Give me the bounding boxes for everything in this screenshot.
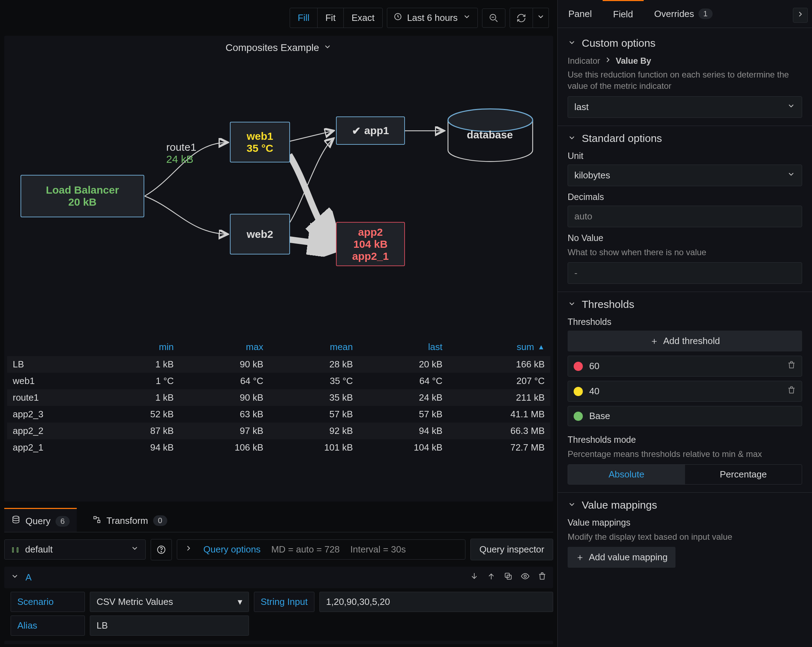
query-row-header[interactable]: A bbox=[4, 567, 553, 588]
query-options[interactable]: Query options MD = auto = 728 Interval =… bbox=[177, 539, 466, 560]
tab-transform[interactable]: Transform 0 bbox=[85, 508, 174, 532]
threshold-color-dot[interactable] bbox=[574, 387, 583, 396]
time-range-picker[interactable]: Last 6 hours bbox=[387, 8, 478, 28]
transform-count-badge: 0 bbox=[153, 515, 167, 526]
node-app2[interactable]: app2 104 kB app2_1 bbox=[336, 222, 405, 266]
node-value: 20 kB bbox=[68, 196, 96, 208]
thresholds-label: Thresholds bbox=[568, 317, 802, 327]
query-inspector-button[interactable]: Query inspector bbox=[470, 539, 553, 560]
threshold-delete[interactable] bbox=[787, 385, 796, 397]
section-thresholds[interactable]: Thresholds bbox=[568, 298, 802, 310]
node-web2[interactable]: web2 bbox=[230, 214, 290, 254]
help-icon bbox=[156, 545, 166, 555]
col-sum[interactable]: sum▲ bbox=[448, 338, 550, 356]
copy-icon[interactable] bbox=[504, 572, 513, 583]
node-web1[interactable]: web1 35 °C bbox=[230, 122, 290, 162]
tab-field[interactable]: Field bbox=[603, 0, 644, 28]
query-interval: Interval = 30s bbox=[351, 544, 406, 555]
section-standard-options[interactable]: Standard options bbox=[568, 132, 802, 144]
view-mode-fit[interactable]: Fit bbox=[317, 8, 343, 28]
node-database-label[interactable]: database bbox=[467, 129, 513, 141]
col-last[interactable]: last bbox=[359, 338, 448, 356]
edge-label-route1: route1 24 kB bbox=[166, 141, 196, 165]
section-title: Value mappings bbox=[582, 499, 657, 511]
mode-percentage[interactable]: Percentage bbox=[685, 465, 802, 484]
threshold-row[interactable]: Base bbox=[568, 406, 802, 426]
section-title: Standard options bbox=[582, 132, 662, 144]
col-min[interactable]: min bbox=[101, 338, 179, 356]
view-mode-fill[interactable]: Fill bbox=[290, 8, 317, 28]
check-icon: ✔ bbox=[352, 125, 361, 137]
thresholds-mode-toggle[interactable]: Absolute Percentage bbox=[568, 464, 802, 485]
unit-value: kilobytes bbox=[574, 170, 610, 181]
overrides-count-badge: 1 bbox=[699, 9, 713, 19]
threshold-value[interactable]: 40 bbox=[589, 386, 600, 397]
threshold-delete[interactable] bbox=[787, 360, 796, 372]
caret-down-icon: ▾ bbox=[238, 597, 242, 607]
query-row-letter: A bbox=[26, 572, 32, 583]
novalue-input[interactable]: - bbox=[568, 262, 802, 284]
node-label: app2 bbox=[358, 226, 383, 238]
sort-asc-icon: ▲ bbox=[537, 343, 545, 351]
chevron-down-icon bbox=[568, 298, 576, 310]
unit-select[interactable]: kilobytes bbox=[568, 165, 802, 186]
table-row[interactable]: web11 °C64 °C35 °C64 °C207 °C bbox=[7, 373, 550, 389]
table-row[interactable]: route11 kB90 kB35 kB24 kB211 kB bbox=[7, 389, 550, 406]
panel-title[interactable]: Composites Example bbox=[7, 38, 550, 60]
alias-input[interactable]: LB bbox=[90, 615, 249, 636]
refresh-button[interactable] bbox=[510, 8, 533, 28]
col-max[interactable]: max bbox=[179, 338, 269, 356]
node-app1[interactable]: ✔ app1 bbox=[336, 116, 405, 145]
threshold-value[interactable]: Base bbox=[589, 411, 610, 422]
view-mode-exact[interactable]: Exact bbox=[343, 8, 382, 28]
value-by-select[interactable]: last bbox=[568, 96, 802, 118]
trash-icon[interactable] bbox=[537, 572, 547, 583]
threshold-row[interactable]: 60 bbox=[568, 356, 802, 376]
table-row[interactable]: app2_194 kB106 kB101 kB104 kB72.7 MB bbox=[7, 439, 550, 456]
table-row[interactable]: LB1 kB90 kB28 kB20 kB166 kB bbox=[7, 356, 550, 373]
add-threshold-button[interactable]: ＋ Add threshold bbox=[568, 330, 802, 352]
node-load-balancer[interactable]: Load Balancer 20 kB bbox=[20, 175, 144, 217]
help-button[interactable] bbox=[151, 539, 172, 560]
arrow-down-icon[interactable] bbox=[470, 572, 479, 583]
datasource-select[interactable]: ⫾⫾ default bbox=[4, 539, 146, 560]
eye-icon[interactable] bbox=[520, 572, 530, 583]
section-custom-options[interactable]: Custom options bbox=[568, 37, 802, 49]
zoom-out-button[interactable] bbox=[482, 9, 505, 28]
query-options-label: Query options bbox=[203, 544, 261, 555]
node-label: Load Balancer bbox=[46, 184, 119, 196]
tab-panel[interactable]: Panel bbox=[558, 1, 603, 27]
section-value-mappings[interactable]: Value mappings bbox=[568, 499, 802, 511]
view-mode-group[interactable]: Fill Fit Exact bbox=[290, 8, 383, 28]
arrow-up-icon[interactable] bbox=[487, 572, 496, 583]
table-row[interactable]: app2_287 kB97 kB92 kB94 kB66.3 MB bbox=[7, 422, 550, 439]
refresh-menu-button[interactable] bbox=[533, 8, 549, 28]
threshold-color-dot[interactable] bbox=[574, 362, 583, 371]
threshold-color-dot[interactable] bbox=[574, 411, 583, 421]
chevron-down-icon bbox=[11, 572, 19, 583]
side-tabs: Panel Field Overrides 1 bbox=[558, 0, 812, 28]
table-row[interactable]: app2_352 kB63 kB57 kB57 kB41.1 MB bbox=[7, 406, 550, 422]
database-icon bbox=[11, 515, 20, 527]
col-name[interactable] bbox=[7, 338, 101, 356]
chevron-down-icon bbox=[787, 102, 795, 113]
chevron-right-icon bbox=[796, 10, 804, 21]
tab-query[interactable]: Query 6 bbox=[4, 508, 77, 532]
add-value-mapping-button[interactable]: ＋ Add value mapping bbox=[568, 547, 676, 568]
col-mean[interactable]: mean bbox=[269, 338, 358, 356]
time-range-label: Last 6 hours bbox=[407, 12, 458, 23]
threshold-row[interactable]: 40 bbox=[568, 381, 802, 402]
threshold-value[interactable]: 60 bbox=[589, 361, 600, 372]
transform-icon bbox=[92, 515, 102, 527]
node-value: 104 kB bbox=[353, 238, 388, 250]
scenario-select[interactable]: CSV Metric Values ▾ bbox=[90, 592, 249, 612]
section-title: Thresholds bbox=[582, 298, 634, 310]
chevron-down-icon bbox=[462, 12, 471, 23]
side-expand-button[interactable] bbox=[793, 8, 808, 23]
hint-text: Percentage means thresholds relative to … bbox=[568, 448, 802, 460]
string-input-label: String Input bbox=[254, 592, 314, 612]
decimals-input[interactable]: auto bbox=[568, 206, 802, 227]
string-input[interactable]: 1,20,90,30,5,20 bbox=[319, 592, 553, 612]
mode-absolute[interactable]: Absolute bbox=[568, 465, 685, 484]
tab-overrides[interactable]: Overrides 1 bbox=[644, 1, 723, 27]
